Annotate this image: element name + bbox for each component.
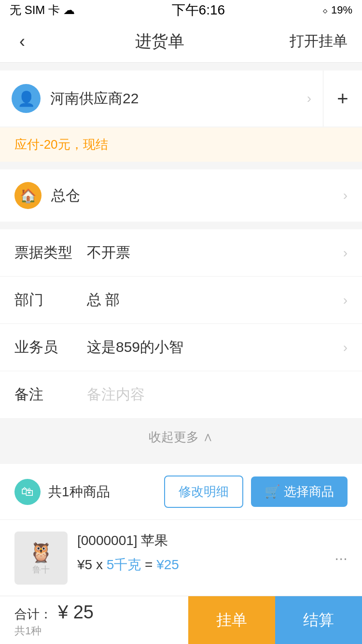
- chevron-right-icon: ›: [343, 245, 348, 261]
- remark-label: 备注: [14, 385, 87, 405]
- warehouse-name: 总仓: [51, 186, 338, 206]
- salesperson-label: 业务员: [14, 337, 87, 357]
- product-quantity: 5千克: [107, 557, 141, 572]
- total-label: 合计：: [14, 606, 52, 623]
- select-product-button[interactable]: 🛒 选择商品: [251, 476, 348, 507]
- warehouse-selector[interactable]: 🏠 总仓 ›: [0, 169, 362, 222]
- select-product-label: 选择商品: [284, 483, 334, 500]
- status-left: 无 SIM 卡 ☁: [10, 2, 75, 18]
- products-icon: 🛍: [14, 479, 41, 505]
- salesperson-row[interactable]: 业务员 这是859的小智 ›: [0, 324, 362, 371]
- product-equals: =: [145, 557, 156, 572]
- product-thumb-label: 鲁十: [32, 564, 50, 575]
- invoice-type-value: 不开票: [87, 243, 338, 263]
- battery-level: 19%: [331, 4, 352, 16]
- warehouse-icon: 🏠: [14, 182, 42, 209]
- supplier-avatar: 👤: [12, 84, 41, 113]
- bottom-bar: 合计： ¥ 25 共1种 挂单 结算: [0, 596, 362, 644]
- cart-icon: 🛒: [265, 484, 280, 499]
- supplier-name: 河南供应商22: [50, 89, 302, 109]
- edit-detail-button[interactable]: 修改明细: [164, 476, 243, 508]
- add-supplier-button[interactable]: +: [323, 70, 362, 126]
- department-row[interactable]: 部门 总 部 ›: [0, 277, 362, 324]
- open-pending-button[interactable]: 打开挂单: [290, 31, 348, 51]
- total-section: 合计： ¥ 25 共1种: [0, 596, 188, 644]
- warning-banner: 应付-20元，现结: [0, 127, 362, 162]
- product-total: ¥25: [156, 557, 179, 572]
- products-section: 🛍 共1种商品 修改明细 🛒 选择商品 🦉 鲁十 [0000001] 苹果 ¥5…: [0, 464, 362, 596]
- remark-value: 备注内容: [87, 385, 348, 405]
- products-header: 🛍 共1种商品 修改明细 🛒 选择商品: [0, 464, 362, 520]
- product-count: 共1种商品: [48, 483, 164, 501]
- product-thumbnail: 🦉 鲁十: [14, 532, 68, 585]
- collapse-button[interactable]: 收起更多 ∧: [0, 418, 362, 456]
- department-label: 部门: [14, 290, 87, 310]
- product-item: 🦉 鲁十 [0000001] 苹果 ¥5 x 5千克 = ¥25 ···: [0, 520, 362, 596]
- nav-bar: ‹ 进货单 打开挂单: [0, 20, 362, 63]
- chevron-right-icon: ›: [343, 293, 348, 308]
- battery-icon: ⬦: [322, 4, 328, 16]
- home-icon: 🏠: [20, 188, 37, 204]
- department-value: 总 部: [87, 290, 338, 310]
- product-title: 苹果: [141, 533, 168, 548]
- shopping-bag-icon: 🛍: [21, 484, 34, 499]
- supplier-selector[interactable]: 👤 河南供应商22 ›: [0, 70, 323, 126]
- chevron-right-icon: ›: [343, 340, 348, 355]
- product-info: [0000001] 苹果 ¥5 x 5千克 = ¥25: [77, 532, 325, 574]
- total-sub: 共1种: [14, 624, 174, 638]
- invoice-type-row[interactable]: 票据类型 不开票 ›: [0, 229, 362, 277]
- product-price-row: ¥5 x 5千克 = ¥25: [77, 556, 325, 574]
- product-more-button[interactable]: ···: [334, 549, 348, 567]
- status-bar: 无 SIM 卡 ☁ 下午6:16 ⬦ 19%: [0, 0, 362, 20]
- chevron-right-icon: ›: [343, 188, 348, 203]
- product-code: [0000001]: [77, 533, 138, 548]
- product-unit-price: ¥5: [77, 557, 92, 572]
- remark-row[interactable]: 备注 备注内容: [0, 371, 362, 418]
- total-amount: ¥ 25: [58, 602, 94, 623]
- person-icon: 👤: [17, 90, 35, 107]
- form-section: 票据类型 不开票 › 部门 总 部 › 业务员 这是859的小智 › 备注 备注…: [0, 229, 362, 418]
- collapse-label: 收起更多 ∧: [149, 429, 213, 446]
- total-row: 合计： ¥ 25: [14, 602, 174, 623]
- chevron-right-icon: ›: [307, 91, 311, 106]
- supplier-section: 👤 河南供应商22 › +: [0, 70, 362, 126]
- product-name: [0000001] 苹果: [77, 532, 325, 550]
- salesperson-value: 这是859的小智: [87, 337, 338, 357]
- checkout-button[interactable]: 结算: [275, 596, 362, 644]
- back-button[interactable]: ‹: [14, 27, 30, 56]
- owl-icon: 🦉: [29, 541, 53, 564]
- status-time: 下午6:16: [172, 1, 225, 19]
- warehouse-section: 🏠 总仓 ›: [0, 169, 362, 222]
- hang-order-button[interactable]: 挂单: [188, 596, 275, 644]
- status-right: ⬦ 19%: [322, 4, 352, 16]
- invoice-type-label: 票据类型: [14, 243, 87, 263]
- product-multiply: x: [96, 557, 107, 572]
- page-title: 进货单: [135, 30, 184, 53]
- signal-text: 无 SIM 卡 ☁: [10, 2, 75, 18]
